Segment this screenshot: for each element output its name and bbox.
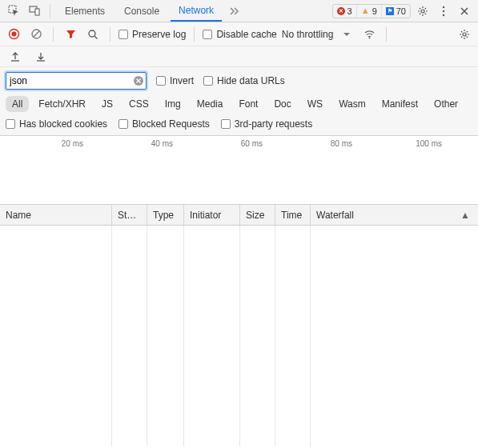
divider: [53, 27, 54, 42]
settings-gear-icon[interactable]: [414, 2, 432, 20]
blocked-requests-label: Blocked Requests: [132, 118, 210, 130]
disable-cache-label: Disable cache: [216, 29, 276, 40]
issues-icon: ⚑: [386, 7, 394, 15]
filter-input[interactable]: [6, 72, 147, 90]
type-manifest[interactable]: Manifest: [376, 96, 424, 112]
type-font[interactable]: Font: [232, 96, 264, 112]
sort-asc-icon: ▲: [460, 210, 470, 221]
timeline-tick: 80 ms: [331, 139, 352, 148]
col-initiator[interactable]: Initiator: [184, 205, 240, 225]
timeline-overview[interactable]: 20 ms 40 ms 60 ms 80 ms 100 ms: [0, 136, 478, 205]
divider: [194, 27, 195, 42]
resource-type-filter: All Fetch/XHR JS CSS Img Media Font Doc …: [6, 96, 472, 112]
console-status-badges[interactable]: ✕ 3 ▲ 9 ⚑ 70: [332, 4, 411, 18]
divider: [110, 27, 110, 42]
error-icon: ✕: [337, 7, 345, 15]
throttling-dropdown-icon[interactable]: [338, 26, 355, 43]
warning-icon: ▲: [361, 6, 370, 15]
type-css[interactable]: CSS: [123, 96, 155, 112]
timeline-tick: 60 ms: [241, 139, 263, 148]
type-js[interactable]: JS: [95, 96, 119, 112]
col-status[interactable]: St…: [112, 205, 147, 225]
type-wasm[interactable]: Wasm: [332, 96, 372, 112]
disable-cache-checkbox[interactable]: Disable cache: [203, 29, 276, 40]
type-all[interactable]: All: [6, 96, 29, 112]
requests-table-body: [0, 226, 478, 446]
timeline-tick: 40 ms: [151, 139, 173, 148]
svg-rect-2: [35, 9, 39, 15]
type-other[interactable]: Other: [428, 96, 464, 112]
hide-data-urls-checkbox[interactable]: Hide data URLs: [203, 75, 285, 86]
svg-point-4: [443, 6, 444, 7]
type-fetch-xhr[interactable]: Fetch/XHR: [32, 96, 92, 112]
preserve-log-label: Preserve log: [132, 29, 186, 40]
devtools-tabbar: Elements Console Network ✕ 3 ▲ 9 ⚑ 70: [0, 0, 478, 22]
record-button[interactable]: [5, 26, 22, 43]
checkbox-icon: [118, 30, 128, 39]
svg-point-13: [369, 38, 371, 39]
tab-console[interactable]: Console: [116, 0, 167, 22]
warning-count: 9: [372, 6, 377, 16]
requests-table-header: Name St… Type Initiator Size Time Waterf…: [0, 205, 478, 226]
timeline-tick: 100 ms: [416, 139, 442, 148]
checkbox-icon: [156, 76, 166, 86]
type-doc[interactable]: Doc: [267, 96, 297, 112]
warning-badge[interactable]: ▲ 9: [356, 5, 381, 18]
tab-network[interactable]: Network: [171, 0, 222, 22]
divider: [386, 27, 387, 42]
col-waterfall[interactable]: Waterfall ▲: [311, 205, 478, 225]
more-tabs-icon[interactable]: [225, 2, 243, 20]
checkbox-icon: [6, 119, 15, 129]
throttling-value: No throttling: [282, 29, 334, 40]
checkbox-icon: [203, 76, 213, 86]
svg-point-3: [421, 10, 424, 13]
svg-point-11: [89, 30, 95, 37]
clear-button[interactable]: [27, 26, 45, 43]
svg-line-12: [94, 36, 98, 39]
third-party-label: 3rd-party requests: [235, 118, 312, 130]
import-har-icon[interactable]: [32, 48, 50, 66]
invert-label: Invert: [170, 75, 194, 86]
type-media[interactable]: Media: [191, 96, 230, 112]
col-type[interactable]: Type: [147, 205, 184, 225]
issues-badge[interactable]: ⚑ 70: [381, 5, 410, 18]
checkbox-icon: [118, 119, 128, 129]
network-toolbar: Preserve log Disable cache No throttling: [0, 22, 478, 46]
invert-checkbox[interactable]: Invert: [156, 75, 194, 86]
inspect-element-icon[interactable]: [5, 2, 22, 20]
filter-toggle-icon[interactable]: [62, 26, 79, 43]
export-har-icon[interactable]: [6, 48, 24, 66]
timeline-tick: 20 ms: [62, 139, 83, 148]
close-devtools-icon[interactable]: [456, 2, 473, 20]
col-waterfall-label: Waterfall: [316, 210, 354, 221]
third-party-checkbox[interactable]: 3rd-party requests: [221, 118, 312, 130]
svg-point-6: [443, 14, 444, 15]
svg-point-8: [11, 32, 16, 37]
search-icon[interactable]: [84, 26, 102, 43]
import-export-bar: [0, 46, 478, 67]
throttling-select[interactable]: No throttling: [282, 29, 334, 40]
svg-line-10: [33, 31, 38, 37]
has-blocked-cookies-label: Has blocked cookies: [19, 118, 107, 130]
divider: [50, 4, 50, 18]
issues-count: 70: [396, 6, 406, 16]
network-settings-gear-icon[interactable]: [456, 26, 473, 43]
col-time[interactable]: Time: [275, 205, 311, 225]
hide-data-urls-label: Hide data URLs: [217, 75, 285, 86]
checkbox-icon: [221, 119, 231, 129]
error-count: 3: [347, 6, 352, 16]
blocked-requests-checkbox[interactable]: Blocked Requests: [118, 118, 210, 130]
svg-point-14: [463, 33, 466, 36]
col-size[interactable]: Size: [240, 205, 275, 225]
type-ws[interactable]: WS: [301, 96, 329, 112]
preserve-log-checkbox[interactable]: Preserve log: [118, 29, 186, 40]
col-name[interactable]: Name: [0, 205, 112, 225]
type-img[interactable]: Img: [159, 96, 187, 112]
network-conditions-icon[interactable]: [360, 26, 378, 43]
clear-filter-icon[interactable]: [133, 75, 144, 86]
error-badge[interactable]: ✕ 3: [333, 5, 356, 18]
has-blocked-cookies-checkbox[interactable]: Has blocked cookies: [6, 118, 107, 130]
kebab-menu-icon[interactable]: [435, 2, 452, 20]
device-toolbar-icon[interactable]: [26, 2, 43, 20]
tab-elements[interactable]: Elements: [57, 0, 113, 22]
